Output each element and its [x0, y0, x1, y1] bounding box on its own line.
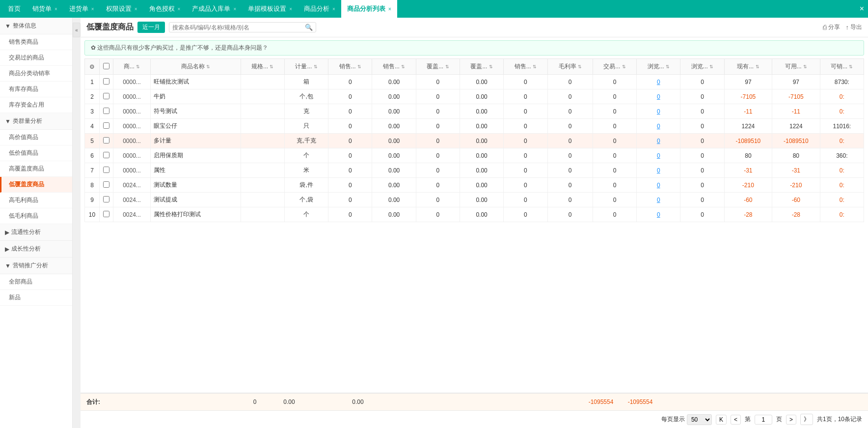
prev-page-button[interactable]: <: [731, 415, 741, 425]
table-container[interactable]: ⚙ 商... ⇅ 商品名称 ⇅ 规格... ⇅ 计量... ⇅ 销售... ⇅ …: [84, 58, 864, 393]
sidebar-item-in-stock[interactable]: 有库存商品: [0, 82, 72, 97]
row-checkbox[interactable]: [100, 104, 113, 119]
row-checkbox[interactable]: [100, 193, 113, 207]
row-view1[interactable]: 0: [637, 193, 680, 207]
unit-column-header[interactable]: 计量... ⇅: [284, 59, 328, 75]
nav-tab-analysis[interactable]: 商品分析 ×: [298, 0, 341, 18]
sidebar-section-liquidity[interactable]: ▶ 流通性分析: [0, 224, 72, 241]
nav-tab-home[interactable]: 首页: [2, 0, 27, 18]
row-available-stock: 80: [772, 148, 820, 163]
close-icon[interactable]: ×: [332, 6, 335, 12]
sidebar-item-stock-funds[interactable]: 库存资金占用: [0, 97, 72, 113]
row-view1[interactable]: 0: [637, 207, 680, 222]
close-icon[interactable]: ×: [233, 6, 236, 12]
spec-column-header[interactable]: 规格... ⇅: [241, 59, 284, 75]
view2-column-header[interactable]: 浏览... ⇅: [680, 59, 724, 75]
sidebar-item-high-value[interactable]: 高价值商品: [0, 130, 72, 145]
nav-tab-sales[interactable]: 销货单 ×: [27, 0, 63, 18]
row-view1[interactable]: 0: [637, 148, 680, 163]
sidebar-item-high-margin[interactable]: 高毛利商品: [0, 193, 72, 208]
page-size-dropdown[interactable]: 50 10 20 100: [687, 414, 712, 425]
close-icon[interactable]: ×: [91, 6, 94, 12]
sidebar-collapse-button[interactable]: «: [73, 23, 81, 37]
settings-icon[interactable]: ⚙: [89, 63, 95, 70]
row-sales3: 0: [504, 75, 547, 89]
row-checkbox[interactable]: [100, 148, 113, 163]
close-all-button[interactable]: ×: [860, 4, 864, 13]
row-view1[interactable]: 0: [637, 75, 680, 89]
sidebar-section-overall[interactable]: ▼ 整体信息: [0, 18, 72, 34]
sidebar-section-cluster[interactable]: ▼ 类群量分析: [0, 113, 72, 130]
name-column-header[interactable]: 商品名称 ⇅: [151, 59, 241, 75]
close-icon[interactable]: ×: [289, 6, 292, 12]
row-view1[interactable]: 0: [637, 163, 680, 178]
last-page-button[interactable]: 》: [800, 414, 813, 425]
view1-column-header[interactable]: 浏览... ⇅: [637, 59, 680, 75]
search-icon[interactable]: 🔍: [305, 24, 313, 31]
sales-amount-column-header[interactable]: 销售... ⇅: [372, 59, 416, 75]
close-icon[interactable]: ×: [178, 6, 181, 12]
cover1-column-header[interactable]: 覆盖... ⇅: [416, 59, 460, 75]
first-page-button[interactable]: K: [716, 415, 727, 425]
trade-column-header[interactable]: 交易... ⇅: [593, 59, 636, 75]
nav-tab-analysis-list[interactable]: 商品分析列表 ×: [341, 0, 397, 18]
share-button[interactable]: ⎙ 分享: [823, 23, 840, 31]
settings-column-header[interactable]: ⚙: [85, 59, 100, 75]
sidebar-item-low-margin[interactable]: 低毛利商品: [0, 208, 72, 224]
row-checkbox[interactable]: [100, 75, 113, 89]
sidebar-section-marketing[interactable]: ▼ 营销推广分析: [0, 257, 72, 274]
search-input[interactable]: [172, 24, 303, 31]
sidebar-item-all-goods[interactable]: 全部商品: [0, 274, 72, 290]
close-icon[interactable]: ×: [54, 6, 57, 12]
sidebar-item-traded-goods[interactable]: 交易过的商品: [0, 50, 72, 66]
sidebar-item-high-coverage[interactable]: 高覆盖度商品: [0, 161, 72, 177]
nav-tab-template[interactable]: 单据模板设置 ×: [242, 0, 298, 18]
code-column-header[interactable]: 商... ⇅: [113, 59, 151, 75]
time-filter-button[interactable]: 近一月: [137, 22, 165, 33]
sidebar-item-category-rate[interactable]: 商品分类动销率: [0, 66, 72, 82]
row-checkbox[interactable]: [100, 207, 113, 222]
sidebar-item-sales-goods[interactable]: 销售类商品: [0, 34, 72, 50]
export-button[interactable]: ↑ 导出: [846, 23, 863, 31]
row-checkbox[interactable]: [100, 163, 113, 178]
nav-tab-product-in[interactable]: 产成品入库单 ×: [186, 0, 242, 18]
nav-tab-role[interactable]: 角色授权 ×: [143, 0, 187, 18]
sales-qty-column-header[interactable]: 销售... ⇅: [328, 59, 372, 75]
page-number-input[interactable]: [755, 415, 772, 425]
data-table: ⚙ 商... ⇅ 商品名称 ⇅ 规格... ⇅ 计量... ⇅ 销售... ⇅ …: [84, 58, 864, 222]
cover2-column-header[interactable]: 覆盖... ⇅: [460, 59, 503, 75]
next-page-button[interactable]: >: [786, 415, 796, 425]
total-info: 共1页，10条记录: [817, 415, 862, 424]
content-header: 低覆盖度商品 近一月 🔍 ⎙ 分享 ↑ 导出: [81, 18, 868, 37]
sidebar: ▼ 整体信息 销售类商品 交易过的商品 商品分类动销率 有库存商品 库存资金占用…: [0, 18, 73, 428]
sidebar-item-low-coverage[interactable]: 低覆盖度商品: [0, 177, 72, 193]
nav-tab-permission[interactable]: 权限设置 ×: [100, 0, 143, 18]
row-view1[interactable]: 0: [637, 178, 680, 193]
checkbox-column-header[interactable]: [100, 59, 113, 75]
main-layout: ▼ 整体信息 销售类商品 交易过的商品 商品分类动销率 有库存商品 库存资金占用…: [0, 18, 868, 428]
row-view1[interactable]: 0: [637, 89, 680, 104]
saleable-column-header[interactable]: 可销... ⇅: [820, 59, 864, 75]
row-checkbox[interactable]: [100, 119, 113, 134]
row-checkbox[interactable]: [100, 89, 113, 104]
row-cover1: 0: [416, 104, 460, 119]
row-name: 多计量: [151, 134, 241, 148]
row-checkbox[interactable]: [100, 178, 113, 193]
sidebar-item-new-goods[interactable]: 新品: [0, 290, 72, 306]
sidebar-section-growth[interactable]: ▶ 成长性分析: [0, 241, 72, 257]
sales3-column-header[interactable]: 销售... ⇅: [504, 59, 547, 75]
nav-tab-purchase[interactable]: 进货单 ×: [63, 0, 100, 18]
select-all-checkbox[interactable]: [103, 63, 109, 69]
stock-column-header[interactable]: 现有... ⇅: [724, 59, 772, 75]
sidebar-item-low-value[interactable]: 低价值商品: [0, 145, 72, 161]
row-view1[interactable]: 0: [637, 104, 680, 119]
close-icon[interactable]: ×: [135, 6, 137, 12]
row-view1[interactable]: 0: [637, 119, 680, 134]
available-column-header[interactable]: 可用... ⇅: [772, 59, 820, 75]
row-unit: 个: [284, 207, 328, 222]
margin-column-header[interactable]: 毛利率 ⇅: [547, 59, 593, 75]
row-checkbox[interactable]: [100, 134, 113, 148]
row-view1[interactable]: 0: [637, 134, 680, 148]
row-code: 0024...: [113, 193, 151, 207]
close-icon[interactable]: ×: [388, 6, 391, 12]
